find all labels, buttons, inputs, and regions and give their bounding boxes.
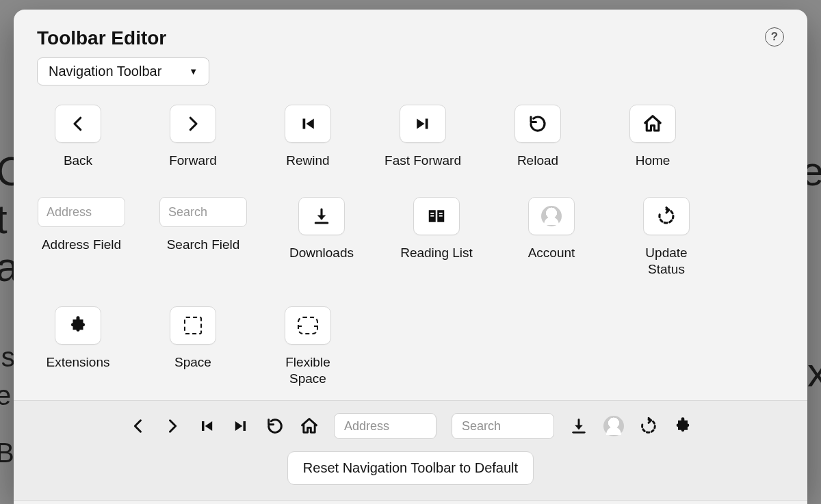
svg-rect-3 <box>426 118 428 129</box>
item-reading-list[interactable]: Reading List <box>395 197 478 278</box>
toolbar-selector-value: Navigation Toolbar <box>49 64 161 79</box>
flexible-space-icon <box>298 317 318 334</box>
preview-fast-forward-icon[interactable] <box>231 416 250 436</box>
preview-downloads-icon[interactable] <box>569 416 588 436</box>
home-icon <box>642 114 663 134</box>
rewind-icon <box>298 114 318 134</box>
account-icon <box>541 206 562 226</box>
preview-account-icon[interactable] <box>603 416 624 436</box>
svg-rect-6 <box>430 213 434 214</box>
item-search-field[interactable]: Search Search Field <box>159 197 248 278</box>
svg-rect-13 <box>244 421 246 431</box>
reload-icon <box>527 114 548 134</box>
page-title: Toolbar Editor <box>37 27 166 49</box>
svg-rect-0 <box>303 118 306 129</box>
address-field-preview: Address <box>38 197 125 227</box>
toolbar-editor-sheet: Toolbar Editor ? Navigation Toolbar ▼ Ba… <box>14 10 807 495</box>
svg-marker-12 <box>235 421 243 431</box>
item-extensions[interactable]: Extensions <box>37 306 119 387</box>
toolbar-selector[interactable]: Navigation Toolbar ▼ <box>37 57 209 85</box>
item-back[interactable]: Back <box>37 105 119 169</box>
update-status-icon <box>656 206 677 226</box>
preview-forward-icon[interactable] <box>163 416 182 436</box>
svg-rect-8 <box>430 215 434 217</box>
preview-rewind-icon[interactable] <box>197 416 216 436</box>
preview-address-field[interactable]: Address <box>334 413 436 439</box>
svg-marker-11 <box>205 421 213 431</box>
reading-list-icon <box>426 206 447 226</box>
back-icon <box>68 114 88 134</box>
item-update-status[interactable]: Update Status <box>625 197 707 278</box>
item-flexible-space[interactable]: Flexible Space <box>267 306 349 387</box>
item-palette: Back Forward Rewind Fast Forward Reload … <box>14 85 807 401</box>
toolbar-preview: Address Search Reset Navigation Toolbar … <box>14 400 807 500</box>
preview-search-field[interactable]: Search <box>452 413 554 439</box>
preview-extensions-icon[interactable] <box>673 416 692 436</box>
item-fast-forward[interactable]: Fast Forward <box>382 105 464 169</box>
forward-icon <box>183 114 203 134</box>
preview-update-status-icon[interactable] <box>639 416 658 436</box>
item-space[interactable]: Space <box>152 306 234 387</box>
item-downloads[interactable]: Downloads <box>281 197 363 278</box>
chevron-down-icon: ▼ <box>189 66 198 77</box>
svg-marker-1 <box>307 118 314 129</box>
space-icon <box>184 317 202 334</box>
svg-rect-7 <box>439 213 443 214</box>
search-field-preview: Search <box>159 197 247 227</box>
item-home[interactable]: Home <box>612 105 694 169</box>
fast-forward-icon <box>413 114 433 134</box>
downloads-icon <box>311 206 332 226</box>
preview-home-icon[interactable] <box>300 416 319 436</box>
item-rewind[interactable]: Rewind <box>267 105 349 169</box>
item-reload[interactable]: Reload <box>497 105 579 169</box>
preview-back-icon[interactable] <box>129 416 148 436</box>
svg-rect-9 <box>439 215 443 217</box>
reset-toolbar-button[interactable]: Reset Navigation Toolbar to Default <box>287 451 534 485</box>
extensions-icon <box>68 315 88 336</box>
item-address-field[interactable]: Address Address Field <box>37 197 126 278</box>
item-account[interactable]: Account <box>510 197 592 278</box>
item-forward[interactable]: Forward <box>152 105 234 169</box>
preview-reload-icon[interactable] <box>265 416 285 436</box>
help-button[interactable]: ? <box>765 27 784 47</box>
svg-rect-10 <box>202 421 205 431</box>
svg-marker-2 <box>417 118 424 129</box>
